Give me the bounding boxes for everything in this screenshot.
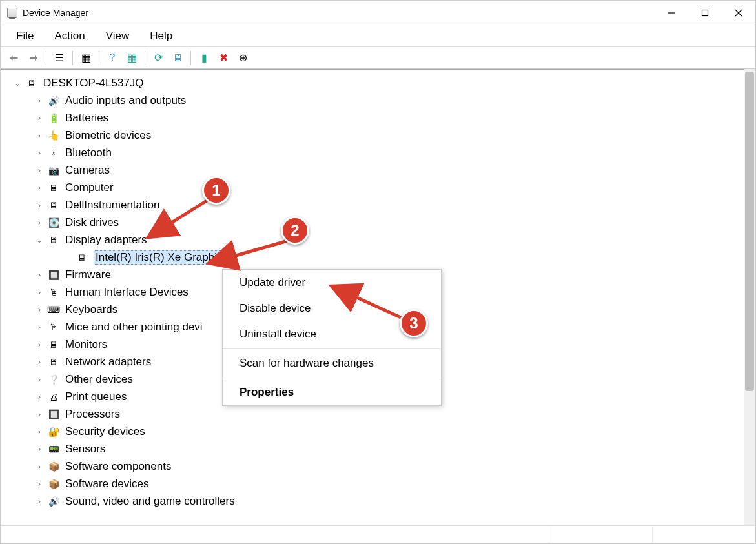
chevron-icon[interactable]: › <box>34 131 45 140</box>
chevron-icon[interactable]: › <box>34 497 45 506</box>
device-category-icon: 📷 <box>47 165 60 176</box>
tree-item[interactable]: ›🖥DellInstrumentation <box>6 196 741 214</box>
enable-button[interactable]: ▮ <box>195 49 213 67</box>
chevron-icon[interactable]: › <box>34 270 45 279</box>
context-menu-separator <box>223 348 441 349</box>
tree-item-label: Software devices <box>65 478 148 490</box>
minimize-icon <box>668 9 675 17</box>
back-button[interactable]: ⬅ <box>5 49 23 67</box>
toolbar-separator <box>99 51 99 65</box>
properties-button[interactable]: ▦ <box>77 49 95 67</box>
titlebar: Device Manager <box>1 1 755 25</box>
scan-icon: 🖥 <box>172 52 183 64</box>
tree-item-label: Sound, video and game controllers <box>65 495 235 508</box>
chevron-icon[interactable]: › <box>34 183 45 192</box>
chevron-icon[interactable]: › <box>34 445 45 454</box>
device-category-icon: 🖥 <box>47 234 60 246</box>
device-category-icon: 🖥 <box>47 182 60 194</box>
menu-help[interactable]: Help <box>139 27 183 45</box>
tree-item[interactable]: ›📦Software components <box>6 458 741 475</box>
chevron-icon[interactable]: › <box>34 462 45 471</box>
chevron-icon[interactable]: › <box>34 375 45 384</box>
tree-item[interactable]: ›🔋Batteries <box>6 109 741 126</box>
device-category-icon: 🖥 <box>25 77 38 89</box>
status-cell <box>1 526 549 543</box>
chevron-icon[interactable]: › <box>34 148 45 157</box>
chevron-icon[interactable]: ⌄ <box>34 236 45 245</box>
toolbar-separator <box>46 51 46 65</box>
down-button[interactable]: ⊕ <box>234 49 252 67</box>
device-category-icon: 🔲 <box>47 408 60 420</box>
action-button[interactable]: ▦ <box>123 49 141 67</box>
chevron-icon[interactable]: › <box>34 201 45 210</box>
tree-item[interactable]: ›📟Sensors <box>6 440 741 458</box>
tree-item[interactable]: ›📷Cameras <box>6 161 741 179</box>
tree-item-label: Keyboards <box>65 303 117 316</box>
device-category-icon: 🔲 <box>47 269 60 281</box>
device-category-icon: 🖥 <box>47 339 60 350</box>
tree-item[interactable]: ›🔊Audio inputs and outputs <box>6 92 741 109</box>
chevron-icon[interactable]: › <box>34 427 45 436</box>
annotation-marker: 3 <box>400 309 428 337</box>
maximize-icon <box>701 9 709 17</box>
show-hide-tree-button[interactable]: ☰ <box>50 49 68 67</box>
help-button[interactable]: ？ <box>103 49 121 67</box>
chevron-icon[interactable]: › <box>34 340 45 349</box>
context-menu-item[interactable]: Scan for hardware changes <box>223 350 441 376</box>
menu-view[interactable]: View <box>96 27 140 45</box>
chevron-icon[interactable]: › <box>34 166 45 175</box>
context-menu-item[interactable]: Update driver <box>223 270 441 296</box>
toolbar: ⬅ ➡ ☰ ▦ ？ ▦ ⟳ 🖥 ▮ ✖ ⊕ <box>1 47 755 69</box>
device-category-icon: 🖱 <box>47 287 60 298</box>
maximize-button[interactable] <box>688 1 722 25</box>
vertical-scrollbar[interactable] <box>744 69 755 525</box>
device-category-icon: 🖥 <box>47 356 60 368</box>
tree-item-label: Cameras <box>65 164 110 177</box>
tree-item[interactable]: ›📦Software devices <box>6 475 741 492</box>
tree-item[interactable]: ›💽Disk drives <box>6 214 741 231</box>
menu-action[interactable]: Action <box>44 27 95 45</box>
tree-item[interactable]: ›🔐Security devices <box>6 423 741 440</box>
chevron-icon[interactable]: › <box>34 358 45 367</box>
scan-button[interactable]: 🖥 <box>169 49 187 67</box>
close-button[interactable] <box>722 1 755 25</box>
context-menu-item[interactable]: Properties <box>223 379 441 405</box>
tree-root[interactable]: ⌄🖥DESKTOP-4L537JQ <box>6 74 741 92</box>
tree-item-label: Human Interface Devices <box>65 286 189 299</box>
tree-item[interactable]: ›🔲Processors <box>6 405 741 423</box>
device-category-icon: 🔊 <box>47 496 60 507</box>
chevron-icon[interactable]: › <box>34 288 45 297</box>
chevron-icon[interactable]: › <box>34 479 45 489</box>
device-category-icon: ❔ <box>47 374 60 385</box>
uninstall-button[interactable]: ✖ <box>214 49 232 67</box>
chevron-icon[interactable]: › <box>34 218 45 227</box>
svg-rect-1 <box>702 10 708 15</box>
tree-item[interactable]: ›🔊Sound, video and game controllers <box>6 492 741 510</box>
scrollbar-thumb[interactable] <box>745 72 754 391</box>
chevron-icon[interactable]: › <box>34 96 45 105</box>
tree-item[interactable]: ›👆Biometric devices <box>6 126 741 144</box>
tree-item[interactable]: ›🖥Computer <box>6 179 741 196</box>
chevron-icon[interactable]: › <box>34 392 45 401</box>
menu-file[interactable]: File <box>6 27 44 45</box>
tree-item-label: Other devices <box>65 373 133 386</box>
chevron-icon[interactable]: › <box>34 114 45 123</box>
chevron-icon[interactable]: › <box>34 305 45 314</box>
chevron-icon[interactable]: ⌄ <box>12 79 23 88</box>
device-category-icon: 👆 <box>47 130 60 141</box>
device-manager-window: Device Manager File Action View Help ⬅ ➡… <box>0 0 756 544</box>
minimize-button[interactable] <box>655 1 688 25</box>
enable-icon: ▮ <box>201 52 207 64</box>
context-menu: Update driverDisable deviceUninstall dev… <box>222 269 442 406</box>
forward-button[interactable]: ➡ <box>24 49 42 67</box>
tree-item[interactable]: ›ᚼBluetooth <box>6 144 741 161</box>
tree-item-label: Computer <box>65 181 114 194</box>
update-driver-button[interactable]: ⟳ <box>149 49 167 67</box>
tree-item-label: DellInstrumentation <box>65 199 159 212</box>
tree-item[interactable]: ⌄🖥Display adapters <box>6 231 741 248</box>
chevron-icon[interactable]: › <box>34 410 45 419</box>
tree-item-child[interactable]: ▶🖥Intel(R) Iris(R) Xe Graphics <box>6 248 741 266</box>
device-category-icon: 🖨 <box>47 391 60 403</box>
chevron-icon[interactable]: › <box>34 323 45 332</box>
status-cell <box>549 526 652 543</box>
